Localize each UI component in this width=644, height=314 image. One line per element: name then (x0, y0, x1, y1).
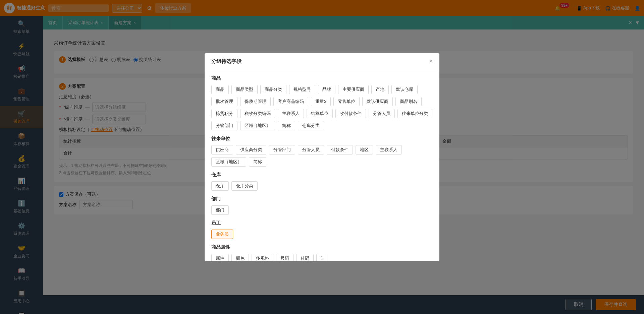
field-tag-retail-unit[interactable]: 零售单位 (333, 97, 360, 106)
dialog-body: 商品 商品 商品类型 商品分类 规格型号 品牌 主要供应商 产地 默认仓库 批次… (205, 70, 439, 261)
field-tag-tax-code[interactable]: 税收分类编码 (240, 109, 275, 118)
section-partner-title: 往来单位 (211, 136, 433, 142)
section-product-title: 商品 (211, 75, 433, 81)
field-tag-warehouse[interactable]: 仓库 (211, 181, 229, 191)
field-tag-manager[interactable]: 分管人员 (369, 109, 395, 118)
field-tag-supplier-category[interactable]: 供应商分类 (236, 145, 266, 154)
dialog-header: 分组待选字段 × (205, 53, 439, 70)
field-tag-department[interactable]: 部门 (211, 205, 229, 215)
section-product-attrs-title: 商品属性 (211, 244, 433, 250)
section-employee-title: 员工 (211, 220, 433, 226)
field-tag-manage-person[interactable]: 分管人员 (298, 145, 324, 154)
field-tag-dept[interactable]: 分管部门 (211, 121, 237, 130)
field-tag-product[interactable]: 商品 (211, 85, 229, 94)
dialog-title: 分组待选字段 (211, 58, 241, 65)
field-tag-warehouse-category[interactable]: 仓库分类 (231, 181, 258, 191)
section-warehouse-title: 仓库 (211, 172, 433, 178)
field-tag-warehouse-category-product[interactable]: 仓库分类 (298, 121, 324, 130)
field-tag-main-supplier[interactable]: 主要供应商 (338, 85, 369, 94)
field-tag-spec[interactable]: 规格型号 (289, 85, 315, 94)
field-tag-customer-code[interactable]: 客户商品编码 (273, 97, 308, 106)
field-tag-partner-category[interactable]: 往来单位分类 (397, 109, 432, 118)
field-tag-color[interactable]: 颜色 (231, 254, 249, 261)
section-partner: 往来单位 供应商 供应商分类 分管部门 分管人员 付款条件 地区 主联系人 区域… (211, 136, 433, 167)
field-tag-one[interactable]: 1 (316, 254, 327, 261)
field-tag-settlement-unit[interactable]: 结算单位 (307, 109, 333, 118)
partner-tags: 供应商 供应商分类 分管部门 分管人员 付款条件 地区 主联系人 区域（地区） … (211, 145, 433, 167)
section-department-title: 部门 (211, 196, 433, 202)
field-tag-area[interactable]: 地区 (356, 145, 373, 154)
field-tag-supplier[interactable]: 供应商 (211, 145, 233, 154)
dialog-close-btn[interactable]: × (429, 58, 433, 65)
field-tag-alias[interactable]: 商品别名 (395, 97, 422, 106)
field-tag-abbr-product[interactable]: 简称 (278, 121, 295, 130)
field-selection-dialog: 分组待选字段 × 商品 商品 商品类型 商品分类 规格型号 品牌 主要供应商 产… (205, 53, 439, 261)
product-attrs-tags: 属性 颜色 多规格 尺码 鞋码 1 (211, 254, 433, 261)
field-tag-manage-dept[interactable]: 分管部门 (269, 145, 295, 154)
section-product: 商品 商品 商品类型 商品分类 规格型号 品牌 主要供应商 产地 默认仓库 批次… (211, 75, 433, 130)
field-tag-default-warehouse[interactable]: 默认仓库 (391, 85, 418, 94)
field-tag-quality[interactable]: 保质期管理 (240, 97, 271, 106)
field-tag-multi-spec[interactable]: 多规格 (252, 254, 273, 261)
field-tag-default-supplier[interactable]: 默认供应商 (362, 97, 393, 106)
warehouse-tags: 仓库 仓库分类 (211, 181, 433, 191)
section-department: 部门 部门 (211, 196, 433, 215)
field-tag-abbr-partner[interactable]: 简称 (249, 157, 266, 167)
dialog-overlay: 分组待选字段 × 商品 商品 商品类型 商品分类 规格型号 品牌 主要供应商 产… (0, 0, 644, 314)
section-warehouse: 仓库 仓库 仓库分类 (211, 172, 433, 191)
section-product-attrs: 商品属性 属性 颜色 多规格 尺码 鞋码 1 (211, 244, 433, 261)
field-tag-product-category[interactable]: 商品分类 (260, 85, 286, 94)
field-tag-region-partner[interactable]: 区域（地区） (211, 157, 246, 167)
department-tags: 部门 (211, 205, 433, 215)
field-tag-pick-score[interactable]: 拣货积分 (211, 109, 237, 118)
field-tag-brand[interactable]: 品牌 (318, 85, 335, 94)
field-tag-salesperson[interactable]: 业务员 (211, 230, 233, 239)
section-employee: 员工 业务员 (211, 220, 433, 239)
field-tag-main-contact[interactable]: 主联系人 (278, 109, 304, 118)
field-tag-size[interactable]: 尺码 (276, 254, 293, 261)
field-tag-region-product[interactable]: 区域（地区） (240, 121, 275, 130)
field-tag-product-type[interactable]: 商品类型 (231, 85, 258, 94)
employee-tags: 业务员 (211, 230, 433, 239)
field-tag-main-contact-partner[interactable]: 主联系人 (376, 145, 402, 154)
field-tag-origin[interactable]: 产地 (371, 85, 389, 94)
field-tag-attr[interactable]: 属性 (211, 254, 229, 261)
field-tag-payment-condition[interactable]: 付款条件 (327, 145, 353, 154)
field-tag-batch[interactable]: 批次管理 (211, 97, 237, 106)
field-tag-weight[interactable]: 重量3 (311, 97, 331, 106)
field-tag-shoe-size[interactable]: 鞋码 (296, 254, 314, 261)
product-tags: 商品 商品类型 商品分类 规格型号 品牌 主要供应商 产地 默认仓库 批次管理 … (211, 85, 433, 130)
field-tag-payment-terms[interactable]: 收付款条件 (335, 109, 366, 118)
